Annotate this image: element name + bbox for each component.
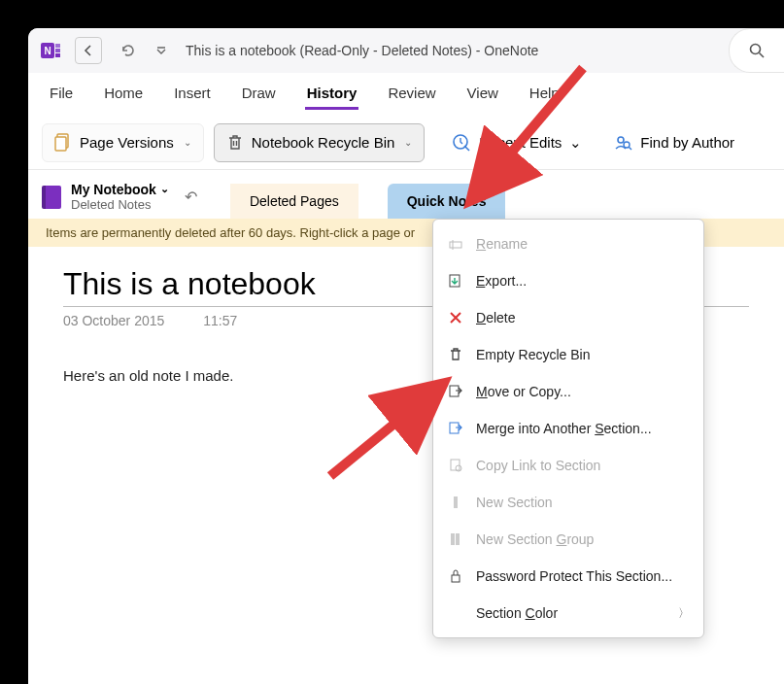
svg-rect-21: [456, 533, 460, 545]
svg-rect-2: [55, 44, 60, 48]
notebook-recycle-bin-button[interactable]: Notebook Recycle Bin ⌄: [214, 123, 426, 162]
chevron-down-icon: ⌄: [160, 183, 169, 195]
page-versions-icon: [54, 133, 72, 153]
search-button[interactable]: [729, 28, 784, 73]
lock-icon: [447, 568, 464, 584]
undo-button[interactable]: [114, 37, 141, 64]
ctx-empty-recycle-bin[interactable]: Empty Recycle Bin: [433, 336, 703, 373]
trash-icon: [447, 347, 464, 362]
svg-point-9: [618, 137, 624, 143]
context-menu: Rename Export... Delete Empty Recycle Bi…: [432, 219, 704, 638]
svg-rect-4: [55, 53, 60, 57]
svg-rect-12: [450, 242, 461, 248]
page-time: 11:57: [203, 313, 237, 328]
ctx-copy-link: Copy Link to Section: [433, 447, 703, 484]
svg-line-26: [330, 389, 437, 476]
notebook-selector[interactable]: My Notebook⌄ Deleted Notes ↶: [28, 178, 211, 219]
onenote-app-icon: N: [40, 39, 63, 62]
svg-line-24: [476, 68, 583, 194]
notebook-subtitle: Deleted Notes: [71, 197, 169, 213]
notebook-name: My Notebook: [71, 182, 156, 198]
svg-text:N: N: [44, 46, 51, 56]
svg-rect-19: [454, 496, 458, 508]
ctx-rename: Rename: [433, 225, 703, 262]
window-title: This is a notebook (Read-Only - Deleted …: [186, 43, 538, 58]
ctx-section-color[interactable]: Section Color 〉: [433, 595, 703, 632]
ctx-delete[interactable]: Delete: [433, 299, 703, 336]
find-author-icon: [613, 133, 632, 153]
svg-rect-7: [55, 137, 66, 151]
annotation-arrow-top: [457, 58, 593, 218]
section-group-icon: [447, 531, 464, 547]
chevron-down-icon: ⌄: [184, 137, 191, 148]
notebook-nav: My Notebook⌄ Deleted Notes ↶ Deleted Pag…: [28, 170, 784, 219]
export-icon: [447, 273, 464, 289]
ctx-new-section-group: New Section Group: [433, 521, 703, 558]
trash-icon: [226, 133, 244, 153]
menu-insert[interactable]: Insert: [172, 79, 213, 110]
annotation-arrow-bottom: [321, 379, 457, 490]
titlebar: N This is a notebook (Read-Only - Delete…: [28, 28, 784, 73]
menu-home[interactable]: Home: [102, 79, 145, 110]
undo-small-icon[interactable]: ↶: [185, 188, 197, 206]
notebook-icon: [42, 186, 61, 209]
page-versions-button[interactable]: Page Versions ⌄: [42, 123, 204, 162]
menubar: File Home Insert Draw History Review Vie…: [28, 73, 784, 116]
ctx-export[interactable]: Export...: [433, 262, 703, 299]
ctx-rename-rest: ename: [486, 236, 528, 252]
search-icon: [748, 42, 766, 59]
find-author-label: Find by Author: [640, 134, 734, 151]
menu-history[interactable]: History: [305, 79, 359, 110]
ctx-move-or-copy[interactable]: Move or Copy...: [433, 373, 703, 410]
chevron-right-icon: 〉: [678, 605, 690, 622]
menu-file[interactable]: File: [48, 79, 75, 110]
menu-review[interactable]: Review: [386, 79, 437, 110]
delete-icon: [447, 311, 464, 325]
ctx-new-section: New Section: [433, 484, 703, 521]
customize-button[interactable]: [153, 37, 170, 64]
back-button[interactable]: [75, 37, 102, 64]
svg-rect-20: [451, 533, 455, 545]
ribbon: Page Versions ⌄ Notebook Recycle Bin ⌄ R…: [28, 116, 784, 170]
section-icon: [447, 495, 464, 510]
tab-deleted-pages[interactable]: Deleted Pages: [230, 184, 358, 219]
page-versions-label: Page Versions: [80, 134, 174, 151]
rename-icon: [447, 236, 464, 252]
svg-rect-3: [55, 49, 60, 52]
find-by-author-button[interactable]: Find by Author: [605, 133, 742, 153]
ctx-password-protect[interactable]: Password Protect This Section...: [433, 558, 703, 595]
chevron-down-icon: ⌄: [404, 137, 412, 148]
page-date: 03 October 2015: [63, 313, 164, 328]
recycle-bin-label: Notebook Recycle Bin: [252, 134, 395, 151]
svg-rect-22: [452, 575, 460, 582]
ctx-merge-section[interactable]: Merge into Another Section...: [433, 410, 703, 447]
svg-point-11: [751, 45, 761, 54]
menu-draw[interactable]: Draw: [240, 79, 278, 110]
